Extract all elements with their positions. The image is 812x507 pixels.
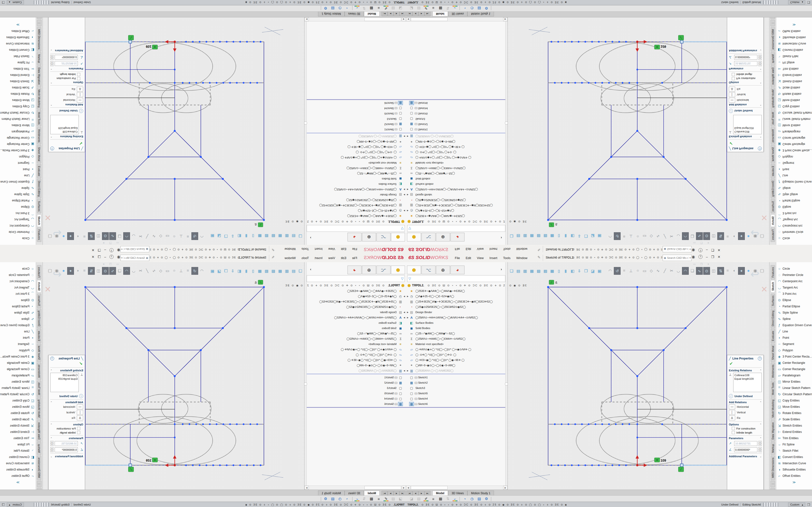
toolbar-icon[interactable]: ▣ [597, 267, 603, 275]
scroll-left-arrow[interactable]: ◀ [406, 17, 410, 21]
confirmation-corner-icon[interactable]: ↩ [53, 268, 62, 280]
tree-item[interactable]: ≡ Material <not specified> [261, 341, 406, 347]
palette-item[interactable]: ↻ Circular Sketch Pattern [0, 110, 36, 116]
palette-item[interactable]: ◲ Move Entities [0, 97, 36, 103]
panel-tab[interactable]: ⊕ [362, 266, 376, 274]
spinner[interactable]: ▲▼ [758, 61, 762, 66]
toolbar-icon[interactable]: ◧ [236, 267, 243, 275]
palette-item[interactable]: ◇ Polygon [0, 154, 36, 160]
toolbar-icon[interactable]: ▭ [164, 233, 170, 240]
palette-item[interactable]: ⇗ Scale Entities [776, 416, 812, 422]
tree-item-sketch[interactable]: ▢ Sketch3 [261, 385, 406, 391]
palette-item[interactable]: ◈ 3 Point Center Recta... [776, 147, 812, 154]
bottom-toolbar-icon[interactable]: ▤ [415, 496, 422, 501]
toolbar-icon[interactable]: ○ [635, 233, 641, 240]
toolbar-icon[interactable]: ◫ [711, 267, 717, 274]
toolbar-icon[interactable]: ◪ [216, 232, 222, 240]
palette-item[interactable]: ◡ Tangent Arc [776, 284, 812, 291]
tree-item[interactable]: ▱ ◯ ∙⊙✛◯ *⊙[◯∘◯]⊙* ◯✛⊙∙ ◯ [261, 150, 406, 155]
collapse-chevron-icon[interactable]: ⌃ [760, 401, 762, 404]
panel-expand-chevron[interactable]: › [310, 267, 311, 271]
collapse-chevron-icon[interactable]: ⌃ [760, 81, 762, 84]
pin-icon[interactable]: ✎ [271, 255, 274, 260]
toolbar-icon[interactable]: ✂ [668, 267, 675, 274]
toolbar-icon[interactable]: ▭ [642, 267, 648, 274]
palette-item[interactable]: ⌣ Fit Spline [776, 59, 812, 66]
palette-item[interactable]: ╱ Line [776, 328, 812, 335]
expand-arrow[interactable]: ▶ [406, 194, 409, 196]
tree-item[interactable]: ◔ ◯25◉⊙25И3Ɛ25◯∘◯25Ɛ3И52⊙◉52◯ [406, 304, 551, 309]
palette-item[interactable]: ◝ Sketch Fillet [776, 448, 812, 454]
spinner[interactable]: ▲▼ [50, 441, 54, 446]
toolbar-icon[interactable]: ▧ [536, 267, 542, 275]
bottom-toolbar-icon[interactable]: ≡ [430, 496, 437, 501]
toolbar-icon[interactable]: ✦ [67, 232, 74, 240]
command-tab[interactable]: MBD Dimensions [771, 27, 775, 51]
palette-item[interactable]: ◌ Perimeter Circle [0, 229, 36, 235]
scroll-thumb[interactable] [411, 18, 448, 21]
parameter-input[interactable]: 10.88152731 [55, 441, 78, 446]
confirmation-corner-icon[interactable]: ↩ [750, 268, 759, 280]
add-relation-button[interactable]: — Horizontal [50, 404, 83, 409]
palette-item[interactable]: ◱ Copy Entities [0, 103, 36, 110]
tree-item-sketch[interactable]: ▦ (-) Sketch2 [406, 380, 551, 385]
toolbar-icon[interactable]: ◪ [216, 267, 222, 275]
bottom-toolbar-icon[interactable]: ◪ [408, 496, 415, 501]
minimize-button[interactable]: – [104, 255, 106, 259]
menu-item[interactable]: File [350, 255, 360, 261]
status-corner-icon[interactable]: ❒ [2, 1, 5, 4]
palette-item[interactable]: ⊢ Extend Entities [0, 72, 36, 78]
tree-item-sketch[interactable]: ▢ (-) Sketch4 [261, 106, 406, 111]
palette-item[interactable]: ◧ Convert Entities [776, 454, 812, 460]
panel-tab[interactable]: ⊕ [362, 233, 376, 241]
panel-tab[interactable]: ⌥ [421, 266, 436, 274]
tree-item[interactable]: ▶ A ◯25ИΛ⊙∘✛A✛⊙ИΛA◯∘◯AΛИ⊙✛A✛∘⊙ΛИ52◯ [261, 315, 406, 320]
tree-item[interactable]: ◔ ◯25◉⊙25И3Ɛ25◯∘◯25Ɛ3И52⊙◉52◯ [261, 304, 406, 309]
pin-icon[interactable]: ✎ [271, 247, 274, 252]
toolbar-icon[interactable]: ▩ [549, 267, 555, 275]
search-input[interactable]: ◈ Search CAD Models ⌕ ▾ [120, 255, 149, 261]
tree-item[interactable]: ∞ ◯25∙∩*◉AM◯∘◯MA◉*∩∙52◯ [406, 171, 551, 176]
toolbar-icon[interactable]: ⊥ [178, 233, 184, 240]
toolbar-icon[interactable]: ◇ [648, 233, 654, 240]
tree-item[interactable]: ≡ Material <not specified> [261, 160, 406, 166]
help-icon[interactable]: ? [758, 147, 762, 151]
model-tab[interactable]: Model [364, 491, 379, 496]
expand-chevron-icon[interactable]: ⌄ [50, 50, 52, 52]
bottom-toolbar-icon[interactable]: ⇅ [444, 496, 451, 501]
ok-button[interactable]: ✔ [50, 141, 83, 146]
palette-item[interactable]: ↻ Rotate Entities [776, 410, 812, 416]
toolbar-icon[interactable]: ▨ [263, 267, 270, 275]
tree-root[interactable]: ⬢ TЯPDL2. ⊙ ƎƐ ⊙ Ш ⊙ ∘ ∘ ⊙ ✛ ⊙ ƆC ⊙ ƎƐ ⊙… [261, 219, 406, 225]
bottom-toolbar-icon[interactable]: │ [319, 496, 322, 501]
bottom-toolbar-icon[interactable]: ⇅ [444, 6, 451, 11]
palette-item[interactable]: ∿ Style Spline [0, 309, 36, 316]
quick-access-toolbar[interactable]: ⊙ ƎƐ ⊙ Ш ⊙ ∘ ⊙ ✛ ⊙ ƆC ⊙ ƎƐ ⊙ ∔ ⊙ ◯ ∘ ◯ ⊙… [150, 248, 240, 251]
tree-item-sketch[interactable]: ▢ (-) Sketch5 [406, 111, 551, 116]
palette-item[interactable]: ▱ Parallelogram [0, 128, 36, 135]
toolbar-icon[interactable]: ○ [171, 267, 177, 274]
relation-callout-equal[interactable]: = 109 [654, 458, 666, 462]
toolbar-icon[interactable]: ∿ [109, 232, 116, 240]
toolbar-icon[interactable]: ⊥ [178, 267, 184, 274]
palette-item[interactable]: ⌣ Fit Spline [0, 59, 36, 66]
palette-item[interactable]: ⊙ Ellipse [776, 297, 812, 303]
toolbar-icon[interactable]: ❏ [508, 232, 515, 240]
command-tab[interactable]: ⋮ [770, 481, 775, 487]
command-tab[interactable]: Weldments [771, 127, 775, 145]
palette-item[interactable]: ↻ Rotate Entities [776, 91, 812, 97]
command-tab[interactable]: Evaluate [771, 329, 775, 343]
tab-nav-button[interactable]: ◀ [394, 11, 400, 16]
tree-item[interactable]: ◧ Surface Bodies [406, 181, 551, 187]
expand-arrow[interactable]: ▶ [403, 135, 406, 137]
palette-item[interactable]: ⊙ Ellipse [0, 297, 36, 303]
command-tab[interactable]: Markup [37, 442, 42, 455]
bottom-toolbar-icon[interactable]: │ [351, 496, 353, 501]
minimize-button[interactable]: – [104, 248, 106, 252]
bottom-toolbar-icon[interactable]: │ [319, 6, 322, 11]
toolbar-icon[interactable]: ◇ [648, 267, 654, 274]
restore-button[interactable]: ❐ [98, 248, 101, 252]
tree-item-sketch[interactable]: ▢ (-) Sketch4 [406, 396, 551, 401]
command-tab[interactable]: Markup [771, 442, 775, 455]
palette-item[interactable]: ≋ Intersection Curve [776, 460, 812, 466]
